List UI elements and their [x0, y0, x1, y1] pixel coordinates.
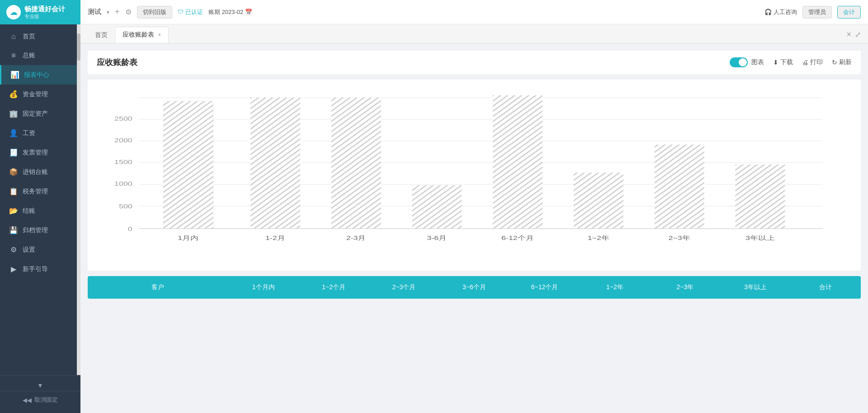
tab-aging[interactable]: 应收账龄表 ×: [115, 27, 169, 43]
col-header-3-6m: 3~6个月: [439, 276, 509, 299]
svg-rect-21: [655, 145, 704, 229]
inventory-icon: 📦: [9, 168, 18, 176]
logo-icon: ☁: [6, 5, 21, 19]
sidebar-item-reports[interactable]: 📊 报表中心: [0, 65, 80, 84]
main-area: 测试 ▾ + ⚙ 切到旧版 🛡 已认证 账期 2023-02 📅 🎧 人工咨询 …: [80, 0, 868, 413]
toggle-knob: [739, 58, 747, 66]
topbar-add-btn[interactable]: +: [115, 7, 120, 17]
sidebar-item-ledger[interactable]: ≡ 总账: [0, 46, 80, 65]
sidebar-item-inventory[interactable]: 📦 进销台账: [0, 162, 80, 182]
svg-text:2-3月: 2-3月: [346, 235, 366, 241]
svg-text:3-6月: 3-6月: [427, 235, 447, 241]
sidebar-label-payroll: 工资: [23, 129, 35, 137]
print-label: 打印: [810, 58, 823, 66]
svg-text:0: 0: [128, 225, 132, 232]
sidebar-item-invoice[interactable]: 🧾 发票管理: [0, 143, 80, 162]
period-calendar-icon[interactable]: 📅: [245, 9, 252, 15]
content-area: 应收账龄表 图表 ⬇ 下载 🖨 打印 ↻ 刷新: [80, 43, 868, 413]
window-expand-btn[interactable]: ⤢: [855, 30, 861, 39]
svg-rect-20: [574, 173, 623, 229]
svg-text:1~2年: 1~2年: [588, 235, 610, 241]
col-header-1-2m: 1~2个月: [298, 276, 368, 299]
tab-close-icon[interactable]: ×: [158, 32, 161, 38]
bar-chart: 0 500 1000 1500 2000 2500: [101, 89, 847, 260]
svg-rect-16: [250, 98, 300, 229]
sidebar-item-payroll[interactable]: 👤 工资: [0, 123, 80, 143]
col-header-6-12m: 6~12个月: [509, 276, 580, 299]
print-btn[interactable]: 🖨 打印: [802, 58, 823, 66]
page-actions: 图表 ⬇ 下载 🖨 打印 ↻ 刷新: [730, 57, 852, 67]
sidebar-scroll: ⌂ 首页 ≡ 总账 📊 报表中心 💰 资金管理 🏢 固定资产 👤 工资: [0, 24, 80, 375]
sidebar-item-archive[interactable]: 💾 归档管理: [0, 221, 80, 240]
refresh-icon: ↻: [832, 59, 837, 66]
topbar-dropdown-btn[interactable]: ▾: [107, 9, 109, 15]
topbar-project: 测试: [88, 8, 101, 16]
svg-text:2500: 2500: [114, 115, 132, 122]
col-header-total: 合计: [791, 276, 861, 299]
col-header-customer: 客户: [88, 276, 228, 299]
sidebar-label-home: 首页: [23, 33, 35, 41]
page-title: 应收账龄表: [97, 57, 137, 68]
sidebar-item-home[interactable]: ⌂ 首页: [0, 27, 80, 46]
topbar-manager-btn[interactable]: 管理员: [802, 6, 832, 19]
download-btn[interactable]: ⬇ 下载: [773, 58, 793, 66]
refresh-btn[interactable]: ↻ 刷新: [832, 58, 852, 66]
table-header: 客户 1个月内 1~2个月 2~3个月 3~6个月 6~12个月 1~2年 2~…: [88, 276, 861, 299]
svg-text:6-12个月: 6-12个月: [501, 235, 534, 241]
topbar-old-version-btn[interactable]: 切到旧版: [137, 6, 172, 19]
svg-rect-17: [331, 98, 381, 229]
svg-text:3年以上: 3年以上: [745, 235, 775, 241]
chart-toggle-btn[interactable]: [730, 57, 748, 67]
sidebar-nav: ⌂ 首页 ≡ 总账 📊 报表中心 💰 资金管理 🏢 固定资产 👤 工资: [0, 24, 80, 282]
sidebar-label-inventory: 进销台账: [23, 168, 48, 176]
payroll-icon: 👤: [9, 129, 18, 137]
tab-home-label: 首页: [95, 31, 108, 39]
cancel-fixed-btn[interactable]: ◀◀ 取消固定: [0, 391, 80, 408]
sidebar-item-settings[interactable]: ⚙ 设置: [0, 240, 80, 259]
sidebar-label-settings: 设置: [23, 246, 35, 254]
svg-rect-22: [736, 164, 785, 229]
svg-text:2000: 2000: [114, 137, 132, 143]
invoice-icon: 🧾: [9, 148, 18, 157]
archive-icon: 💾: [9, 226, 18, 235]
refresh-label: 刷新: [839, 58, 852, 66]
toggle-label-text: 图表: [751, 58, 764, 66]
sidebar-item-funds[interactable]: 💰 资金管理: [0, 84, 80, 104]
topbar: 测试 ▾ + ⚙ 切到旧版 🛡 已认证 账期 2023-02 📅 🎧 人工咨询 …: [80, 0, 868, 24]
sidebar-item-tax[interactable]: 📋 税务管理: [0, 182, 80, 201]
app-logo: ☁ 畅捷通好会计 专业版: [0, 0, 80, 24]
tabbar: 首页 应收账龄表 × × ⤢: [80, 24, 868, 43]
topbar-gear-btn[interactable]: ⚙: [125, 8, 132, 16]
sidebar-item-assets[interactable]: 🏢 固定资产: [0, 104, 80, 123]
window-close-btn[interactable]: ×: [846, 30, 851, 39]
col-header-2-3y: 2~3年: [650, 276, 720, 299]
svg-text:1500: 1500: [114, 159, 132, 165]
sidebar-label-reports: 报表中心: [24, 71, 49, 79]
sidebar-label-tax: 税务管理: [23, 188, 48, 196]
tab-home[interactable]: 首页: [88, 28, 115, 43]
logo-text: 畅捷通好会计: [24, 5, 65, 13]
topbar-consult-btn[interactable]: 🎧 人工咨询: [764, 8, 797, 16]
svg-rect-15: [164, 101, 213, 229]
svg-text:500: 500: [119, 203, 132, 209]
scroll-down-arrow[interactable]: ▼: [37, 382, 43, 389]
topbar-accountant-btn[interactable]: 会计: [837, 6, 861, 19]
cancel-fixed-label: 取消固定: [34, 396, 58, 404]
verified-shield-icon: 🛡: [178, 9, 184, 15]
guide-icon: ▶: [9, 265, 18, 273]
consult-label: 人工咨询: [774, 8, 797, 16]
col-header-1m: 1个月内: [228, 276, 298, 299]
chart-container: 0 500 1000 1500 2000 2500: [88, 80, 861, 271]
sidebar: ☁ 畅捷通好会计 专业版 ⌂ 首页 ≡ 总账 📊 报表中心 �: [0, 0, 80, 413]
col-header-2-3m: 2~3个月: [369, 276, 439, 299]
svg-rect-19: [493, 95, 542, 229]
svg-text:1-2月: 1-2月: [265, 235, 285, 241]
sidebar-item-guide[interactable]: ▶ 新手引导: [0, 259, 80, 279]
download-label: 下载: [780, 58, 793, 66]
sidebar-label-funds: 资金管理: [23, 90, 48, 99]
sidebar-bottom: ▼ ◀◀ 取消固定: [0, 375, 80, 413]
sidebar-label-guide: 新手引导: [23, 265, 48, 273]
reports-icon: 📊: [10, 70, 19, 79]
ledger-icon: ≡: [9, 52, 18, 60]
sidebar-item-closing[interactable]: 📂 结账: [0, 201, 80, 221]
